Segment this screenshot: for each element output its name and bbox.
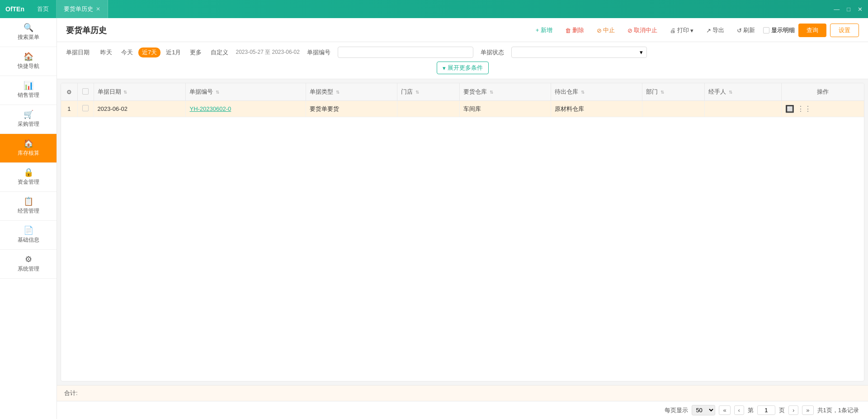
sidebar-item-inventory[interactable]: 🏠 库存核算	[0, 134, 57, 163]
summary-label: 合计:	[64, 389, 78, 397]
close-app-btn[interactable]: ✕	[858, 6, 863, 13]
sidebar-item-basic-info-label: 基础信息	[18, 236, 39, 244]
tab-requisition-history[interactable]: 要货单历史 ✕	[57, 0, 108, 18]
sidebar-item-basic-info[interactable]: 📄 基础信息	[0, 221, 57, 250]
expand-chevron-icon: ▾	[443, 65, 446, 71]
maximize-btn[interactable]: □	[847, 6, 850, 13]
sort-department-icon: ⇅	[660, 90, 664, 95]
col-settings[interactable]: ⚙	[61, 83, 77, 101]
row-doc-date: 2023-06-02	[94, 101, 186, 117]
row-store	[397, 101, 460, 117]
sidebar-item-search-menu[interactable]: 🔍 搜索菜单	[0, 18, 57, 47]
print-button[interactable]: 🖨 打印 ▾	[665, 24, 698, 37]
data-table: ⚙ 单据日期 ⇅ 单据编号 ⇅ 单据类型	[61, 83, 864, 117]
finance-icon: 🔒	[24, 168, 33, 176]
sidebar-item-quick-nav[interactable]: 🏠 快捷导航	[0, 47, 57, 76]
page-prev-btn[interactable]: ‹	[734, 405, 744, 415]
basic-info-icon: 📄	[24, 226, 33, 234]
sidebar-item-operations-label: 经营管理	[18, 207, 39, 215]
print-icon: 🖨	[670, 27, 676, 34]
display-detail-toggle[interactable]: 显示明细	[763, 26, 795, 34]
row-action-buttons: 🔲 ⋮⋮	[785, 105, 860, 113]
doc-number-input[interactable]	[338, 47, 473, 58]
date-option-today[interactable]: 今天	[118, 48, 137, 57]
col-doc-date[interactable]: 单据日期 ⇅	[94, 83, 186, 101]
sidebar-item-finance-label: 资金管理	[18, 178, 39, 186]
sidebar: 🔍 搜索菜单 🏠 快捷导航 📊 销售管理 🛒 采购管理 🏠 库存核算 🔒 资金管…	[0, 18, 57, 419]
refresh-button[interactable]: ↺ 刷新	[732, 24, 760, 37]
main-layout: 🔍 搜索菜单 🏠 快捷导航 📊 销售管理 🛒 采购管理 🏠 库存核算 🔒 资金管…	[0, 18, 868, 419]
sidebar-item-finance[interactable]: 🔒 资金管理	[0, 163, 57, 192]
row-view-btn[interactable]: 🔲	[785, 105, 794, 113]
query-button[interactable]: 查询	[798, 24, 826, 37]
table-container: ⚙ 单据日期 ⇅ 单据编号 ⇅ 单据类型	[61, 83, 864, 381]
page-input[interactable]	[757, 405, 775, 415]
refresh-icon: ↺	[737, 27, 742, 34]
minimize-btn[interactable]: —	[834, 6, 840, 13]
cancel-stop-button[interactable]: ⊘ 取消中止	[623, 24, 662, 37]
inventory-icon: 🏠	[24, 139, 33, 148]
print-chevron-icon: ▾	[690, 27, 693, 34]
date-option-more[interactable]: 更多	[186, 48, 205, 57]
col-doc-number[interactable]: 单据编号 ⇅	[186, 83, 306, 101]
col-pending-warehouse[interactable]: 待出仓库 ⇅	[551, 83, 642, 101]
select-all-checkbox[interactable]	[82, 88, 89, 95]
tab-home[interactable]: 首页	[30, 0, 57, 18]
row-actions-cell: 🔲 ⋮⋮	[782, 101, 864, 117]
date-option-last7days[interactable]: 近7天	[138, 48, 160, 57]
col-checkbox	[77, 83, 94, 101]
col-doc-type[interactable]: 单据类型 ⇅	[306, 83, 397, 101]
col-handler[interactable]: 经手人 ⇅	[705, 83, 782, 101]
page-first-btn[interactable]: «	[719, 405, 730, 415]
col-store[interactable]: 门店 ⇅	[397, 83, 460, 101]
col-department[interactable]: 部门 ⇅	[642, 83, 705, 101]
delete-button[interactable]: 🗑 删除	[561, 24, 589, 37]
new-button[interactable]: + 新增	[531, 24, 557, 37]
settings-button[interactable]: 设置	[830, 24, 859, 37]
sort-req-warehouse-icon: ⇅	[490, 90, 493, 95]
stop-icon: ⊘	[597, 27, 602, 34]
date-option-last-month[interactable]: 近1月	[162, 48, 184, 57]
system-icon: ⚙	[25, 255, 32, 263]
quick-nav-icon: 🏠	[24, 52, 33, 61]
row-handler	[705, 101, 782, 117]
sidebar-item-system[interactable]: ⚙ 系统管理	[0, 250, 57, 279]
page-next-btn[interactable]: ›	[788, 405, 798, 415]
filter-area: 单据日期 昨天 今天 近7天 近1月 更多 自定义 2023-05-27 至 2…	[57, 42, 868, 79]
sort-doc-type-icon: ⇅	[336, 90, 340, 95]
export-button[interactable]: ↗ 导出	[702, 24, 729, 37]
doc-number-label: 单据编号	[307, 48, 330, 57]
sidebar-item-system-label: 系统管理	[18, 265, 39, 273]
top-bar: OfTEn 首页 要货单历史 ✕ — □ ✕	[0, 0, 868, 18]
row-checkbox[interactable]	[82, 105, 89, 111]
per-page-select[interactable]: 20 50 100	[692, 405, 715, 415]
operations-icon: 📋	[24, 197, 33, 205]
display-detail-checkbox[interactable]	[763, 27, 769, 33]
date-option-custom[interactable]: 自定义	[207, 48, 232, 57]
sidebar-item-sales-label: 销售管理	[18, 91, 39, 99]
sidebar-item-search-menu-label: 搜索菜单	[18, 33, 39, 41]
sort-doc-date-icon: ⇅	[123, 90, 127, 95]
top-bar-right: — □ ✕	[834, 6, 868, 13]
sidebar-item-operations[interactable]: 📋 经营管理	[0, 192, 57, 221]
doc-status-chevron-icon: ▾	[640, 49, 643, 56]
doc-status-select[interactable]: ▾	[511, 47, 647, 58]
date-filter-label: 单据日期	[66, 48, 90, 57]
brand-logo: OfTEn	[0, 5, 30, 13]
tab-bar: 首页 要货单历史 ✕	[30, 0, 108, 18]
col-req-warehouse[interactable]: 要货仓库 ⇅	[460, 83, 551, 101]
sidebar-item-purchase[interactable]: 🛒 采购管理	[0, 105, 57, 134]
close-tab-icon[interactable]: ✕	[96, 6, 100, 12]
table-body: 1 2023-06-02 YH-20230602-0 要货单要货 车间库 原材料…	[61, 101, 864, 117]
sidebar-item-sales[interactable]: 📊 销售管理	[0, 76, 57, 105]
page-last-btn[interactable]: »	[802, 405, 813, 415]
stop-button[interactable]: ⊘ 中止	[592, 24, 619, 37]
row-more-btn[interactable]: ⋮⋮	[797, 105, 811, 113]
search-menu-icon: 🔍	[24, 24, 33, 32]
purchase-icon: 🛒	[24, 110, 33, 119]
expand-more-btn[interactable]: ▾ 展开更多条件	[437, 62, 489, 74]
page-label: 第	[748, 406, 754, 414]
col-actions: 操作	[782, 83, 864, 101]
doc-number-link[interactable]: YH-20230602-0	[189, 105, 231, 112]
date-option-yesterday[interactable]: 昨天	[97, 48, 116, 57]
